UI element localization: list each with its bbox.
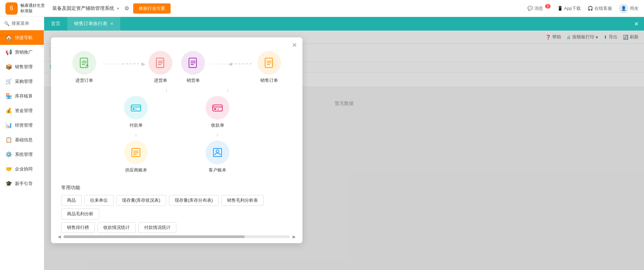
logo-text: 畅康通好生意 标准版 — [20, 3, 45, 14]
sidebar-item-purchase[interactable]: 🛒 采购管理 — [0, 74, 44, 89]
inventory-icon: 🏪 — [5, 93, 12, 99]
content-body: ❓ 帮助 🖨 按模板打印 ▾ ⬆ 导出 🔄 刷新 — [44, 31, 644, 270]
download-icon: 📱 — [557, 6, 563, 11]
system-title: 装备及固定资产辅助管理系统 ▾ ⚙ — [52, 5, 129, 12]
system-name: 装备及固定资产辅助管理系统 — [52, 5, 114, 12]
flow-node-jinhuo-dan: 进货单 — [144, 51, 177, 84]
xiaohuo-order-label: 销售订单 — [260, 77, 278, 84]
sidebar-item-sales[interactable]: 📦 销售管理 — [0, 59, 44, 74]
app-download-label: App下载 — [564, 5, 581, 12]
func-btn-goods-profit[interactable]: 商品毛利分析 — [61, 209, 99, 219]
arrow-down-shoukuan: ↓ — [197, 132, 238, 137]
xiaohuo-order-svg — [263, 57, 275, 69]
logo-line2: 标准版 — [20, 8, 45, 14]
trial-button[interactable]: 体验行业方案 — [133, 3, 171, 14]
mid-sp — [156, 132, 197, 137]
sidebar-item-guide[interactable]: 🎓 新手引导 — [0, 176, 44, 191]
scroll-track[interactable] — [64, 235, 290, 238]
tab-home[interactable]: 首页 — [44, 17, 67, 31]
jinhuo-dan-svg — [154, 57, 167, 69]
func-btn-stock-status[interactable]: 现存量(库存状况表) — [116, 195, 166, 206]
sidebar-item-collaboration[interactable]: 🤝 企业协同 — [0, 162, 44, 176]
modal-close-button[interactable]: ✕ — [292, 41, 297, 49]
app-container: 6 畅康通好生意 标准版 装备及固定资产辅助管理系统 ▾ ⚙ 体验行业方案 💬 … — [0, 0, 644, 270]
func-btn-stock-dist[interactable]: 现存量(库存分布表) — [169, 195, 219, 206]
gongyingshang-svg — [130, 146, 142, 159]
modal-overlay[interactable]: ✕ — [44, 31, 644, 270]
svg-rect-18 — [133, 108, 135, 110]
app-download-button[interactable]: 📱 App下载 — [557, 5, 581, 12]
flow-spacer-left — [68, 87, 109, 92]
user-menu[interactable]: 👤 用友 — [619, 4, 639, 13]
kehu-svg — [211, 146, 224, 159]
flow-row-3: 供应商账本 — [61, 137, 292, 177]
sidebar-item-label: 基础信息 — [15, 137, 33, 143]
flow-diagram: 进货订单 ▶ — [61, 48, 292, 177]
window-close-button[interactable]: ✕ — [629, 17, 644, 31]
func-btn-goods[interactable]: 商品 — [61, 195, 82, 206]
sidebar-item-inventory[interactable]: 🏪 库存核算 — [0, 89, 44, 103]
flow-spacer-right — [245, 87, 285, 92]
sidebar-item-system[interactable]: ⚙️ 系统管理 — [0, 147, 44, 162]
sidebar-item-label: 库存核算 — [15, 93, 33, 99]
scroll-left-arrow[interactable]: ◀ — [58, 234, 61, 239]
tab-close-icon[interactable]: ✕ — [110, 21, 114, 26]
sidebar: 🔍 搜索菜单 🏠 快捷导航 📢 营销推广 📦 销售管理 🛒 — [0, 17, 44, 270]
sidebar-item-label: 营销推广 — [15, 49, 33, 55]
logo-line1: 畅康通好生意 — [20, 3, 45, 8]
sidebar-item-basic-info[interactable]: 📋 基础信息 — [0, 132, 44, 147]
settings-icon[interactable]: ⚙ — [124, 5, 129, 12]
func-btn-sales-profit[interactable]: 销售毛利分析表 — [221, 195, 264, 206]
svg-text:¥: ¥ — [217, 108, 219, 111]
arrow-down-jinhuo: ↓ — [156, 87, 177, 92]
xiaohuo-dan-svg — [187, 57, 199, 69]
func-btn-payment-stat[interactable]: 付款情况统计 — [138, 222, 176, 233]
arrow-down-fukuan: ↓ — [116, 132, 156, 137]
svg-rect-22 — [214, 108, 216, 110]
sidebar-nav: 🏠 快捷导航 📢 营销推广 📦 销售管理 🛒 采购管理 🏪 库存核 — [0, 30, 44, 270]
basic-info-icon: 📋 — [5, 137, 12, 143]
sidebar-item-label: 新手引导 — [15, 181, 33, 187]
sidebar-item-finance[interactable]: 💰 资金管理 — [0, 103, 44, 118]
top-right: 💬 消息 6 📱 App下载 🎧 在线客服 👤 用友 — [527, 4, 639, 13]
message-label: 消息 — [534, 5, 543, 12]
flow-node-gongyingshang: 供应商账本 — [116, 141, 156, 173]
sidebar-item-home[interactable]: 🏠 快捷导航 — [0, 30, 44, 45]
func-buttons: 商品 往来单位 现存量(库存状况表) 现存量(库存分布表) 销售毛利分析表 商品… — [61, 195, 292, 219]
xiaohuo-order-icon — [257, 51, 281, 75]
sidebar-item-marketing[interactable]: 📢 营销推广 — [0, 45, 44, 59]
marketing-icon: 📢 — [5, 49, 12, 55]
flow-row-1: 进货订单 ▶ — [61, 48, 292, 87]
message-button[interactable]: 💬 消息 6 — [527, 5, 551, 12]
tab-bar: 首页 销售订单执行表 ✕ ✕ — [44, 17, 644, 31]
user-label: 用友 — [630, 5, 639, 12]
shoukuan-label: 收款单 — [211, 122, 224, 128]
search-icon: 🔍 — [4, 21, 10, 26]
func-btn-receipt-stat[interactable]: 收款情况统计 — [98, 222, 136, 233]
func-btn-sales-rank[interactable]: 销售排行榜 — [61, 222, 95, 233]
sidebar-item-operations[interactable]: 📊 经营管理 — [0, 118, 44, 132]
logo-area: 6 畅康通好生意 标准版 — [5, 2, 50, 15]
func-btn-partner[interactable]: 往来单位 — [84, 195, 114, 206]
sidebar-item-label: 采购管理 — [15, 78, 33, 85]
purchase-icon: 🛒 — [5, 78, 12, 85]
svg-point-29 — [216, 150, 219, 152]
flow-arrow-h-1: ▶ — [101, 64, 144, 64]
search-menu[interactable]: 🔍 搜索菜单 — [0, 17, 44, 30]
avatar-icon: 👤 — [621, 6, 626, 11]
online-service-button[interactable]: 🎧 在线客服 — [588, 5, 612, 12]
system-dropdown-icon[interactable]: ▾ — [117, 6, 119, 11]
scroll-right-arrow[interactable]: ▶ — [293, 234, 296, 239]
scroll-thumb — [64, 235, 245, 238]
sidebar-item-label: 企业协同 — [15, 166, 33, 172]
sales-icon: 📦 — [5, 64, 12, 70]
tab-sales-order[interactable]: 销售订单执行表 ✕ — [67, 17, 120, 31]
service-icon: 🎧 — [588, 6, 593, 11]
fukuan-label: 付款单 — [129, 122, 143, 128]
message-icon: 💬 — [527, 6, 533, 11]
kehu-label: 客户账本 — [209, 167, 226, 173]
sidebar-item-label: 系统管理 — [15, 151, 33, 158]
flow-node-xiaohuo-order: 销售订单 — [253, 51, 285, 84]
flow-node-shoukuan: ¥ 收款单 — [197, 96, 238, 128]
common-func-title: 常用功能 — [61, 185, 292, 191]
